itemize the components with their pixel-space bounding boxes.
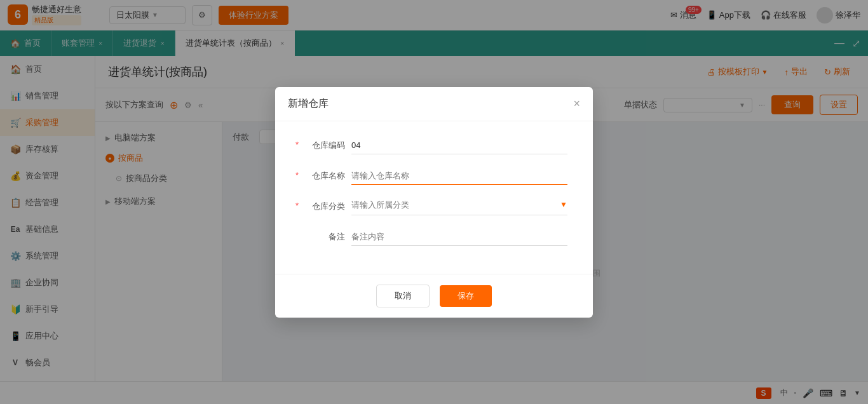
modal-title: 新增仓库 [288, 97, 329, 111]
new-warehouse-modal: 新增仓库 × 仓库编码 仓库名称 仓库分类 ▼ [275, 87, 593, 318]
name-label: 仓库名称 [301, 170, 345, 182]
form-row-note: 备注 [301, 228, 567, 246]
modal-overlay[interactable]: 新增仓库 × 仓库编码 仓库名称 仓库分类 ▼ [0, 0, 868, 404]
modal-header: 新增仓库 × [275, 87, 593, 121]
modal-body: 仓库编码 仓库名称 仓库分类 ▼ 备注 [275, 121, 593, 274]
form-row-code: 仓库编码 [301, 137, 567, 154]
code-input[interactable] [351, 137, 567, 154]
note-label: 备注 [301, 231, 345, 243]
modal-footer: 取消 保存 [275, 274, 593, 318]
category-dropdown-arrow[interactable]: ▼ [560, 200, 567, 209]
code-label: 仓库编码 [301, 140, 345, 151]
note-input[interactable] [351, 228, 567, 246]
name-input[interactable] [351, 167, 567, 185]
cancel-button[interactable]: 取消 [376, 285, 430, 307]
category-input[interactable] [351, 198, 560, 212]
form-row-category: 仓库分类 ▼ [301, 198, 567, 215]
modal-close-button[interactable]: × [573, 98, 580, 109]
category-label: 仓库分类 [301, 201, 345, 212]
save-button[interactable]: 保存 [440, 285, 492, 307]
form-row-name: 仓库名称 [301, 167, 567, 185]
category-select-wrapper[interactable]: ▼ [351, 198, 567, 215]
